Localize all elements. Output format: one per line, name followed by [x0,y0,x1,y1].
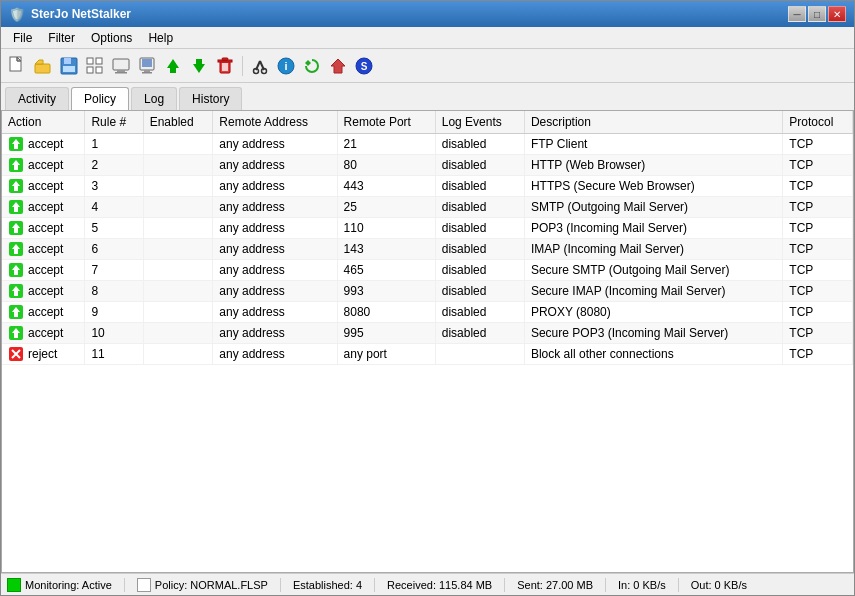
description-cell: PROXY (8080) [524,302,782,323]
table-row[interactable]: accept3any address443disabledHTTPS (Secu… [2,176,853,197]
enabled-cell [143,197,213,218]
remote-port-cell: 110 [337,218,435,239]
policy-tab-content: Action Rule # Enabled Remote Address Rem… [1,110,854,573]
delete-button[interactable] [213,54,237,78]
action-cell: accept [2,197,85,218]
svg-marker-36 [331,59,345,73]
svg-text:i: i [284,60,287,72]
col-log-events: Log Events [435,111,524,134]
action-cell: accept [2,323,85,344]
accept-icon [8,157,24,173]
log-events-cell: disabled [435,281,524,302]
table-row[interactable]: accept4any address25disabledSMTP (Outgoi… [2,197,853,218]
action-cell: accept [2,155,85,176]
tab-policy[interactable]: Policy [71,87,129,110]
tab-activity[interactable]: Activity [5,87,69,110]
svg-rect-10 [87,67,93,73]
enabled-cell [143,344,213,365]
main-window: 🛡️ SterJo NetStalker ─ □ ✕ File Filter O… [0,0,855,596]
in-label: In: 0 KB/s [618,579,666,591]
accept-icon [8,262,24,278]
minimize-button[interactable]: ─ [788,6,806,22]
description-cell: IMAP (Incoming Mail Server) [524,239,782,260]
home-button[interactable] [326,54,350,78]
home-icon [328,56,348,76]
col-protocol: Protocol [783,111,853,134]
protocol-cell: TCP [783,302,853,323]
accept-icon [8,220,24,236]
remote-addr-cell: any address [213,281,337,302]
btn4[interactable] [83,54,107,78]
action-label: accept [28,200,63,214]
remote-addr-cell: any address [213,155,337,176]
menu-help[interactable]: Help [140,29,181,46]
remote-addr-cell: any address [213,239,337,260]
table-row[interactable]: accept8any address993disabledSecure IMAP… [2,281,853,302]
svg-marker-19 [167,59,179,68]
tab-history[interactable]: History [179,87,242,110]
svg-rect-9 [96,58,102,64]
svg-rect-12 [113,59,129,70]
sterjo-icon: S [354,56,374,76]
maximize-button[interactable]: □ [808,6,826,22]
accept-icon [8,304,24,320]
table-row[interactable]: accept1any address21disabledFTP ClientTC… [2,134,853,155]
move-up-button[interactable] [161,54,185,78]
close-button[interactable]: ✕ [828,6,846,22]
action-label: accept [28,284,63,298]
table-row[interactable]: accept7any address465disabledSecure SMTP… [2,260,853,281]
enabled-cell [143,218,213,239]
svg-rect-20 [170,68,176,73]
enabled-cell [143,134,213,155]
save-button[interactable] [57,54,81,78]
enabled-cell [143,281,213,302]
tab-log[interactable]: Log [131,87,177,110]
remote-addr-cell: any address [213,323,337,344]
refresh-button[interactable] [300,54,324,78]
table-row[interactable]: accept2any address80disabledHTTP (Web Br… [2,155,853,176]
action-label: accept [28,263,63,277]
open-button[interactable] [31,54,55,78]
rule-cell: 2 [85,155,143,176]
cut-button[interactable] [248,54,272,78]
rule-cell: 3 [85,176,143,197]
table-row[interactable]: accept10any address995disabledSecure POP… [2,323,853,344]
enabled-cell [143,155,213,176]
menu-options[interactable]: Options [83,29,140,46]
action-cell: accept [2,176,85,197]
toolbar: i S [1,49,854,83]
rule-cell: 11 [85,344,143,365]
out-label: Out: 0 KB/s [691,579,747,591]
svg-rect-8 [87,58,93,64]
info-button[interactable]: i [274,54,298,78]
sterjo-button[interactable]: S [352,54,376,78]
remote-addr-cell: any address [213,197,337,218]
table-scroll-area[interactable]: Action Rule # Enabled Remote Address Rem… [2,111,853,572]
menu-file[interactable]: File [5,29,40,46]
move-down-button[interactable] [187,54,211,78]
tab-bar: Activity Policy Log History [1,83,854,110]
svg-rect-17 [144,70,150,72]
table-row[interactable]: accept9any address8080disabledPROXY (808… [2,302,853,323]
menu-bar: File Filter Options Help [1,27,854,49]
menu-filter[interactable]: Filter [40,29,83,46]
sent-label: Sent: 27.00 MB [517,579,593,591]
log-events-cell: disabled [435,302,524,323]
monitoring-section: Monitoring: Active [7,578,112,592]
svg-rect-4 [35,64,50,73]
protocol-cell: TCP [783,134,853,155]
table-row[interactable]: accept6any address143disabledIMAP (Incom… [2,239,853,260]
table-row[interactable]: accept5any address110disabledPOP3 (Incom… [2,218,853,239]
btn6[interactable] [135,54,159,78]
btn5[interactable] [109,54,133,78]
monitor-icon [111,56,131,76]
content-area: Action Rule # Enabled Remote Address Rem… [1,110,854,573]
action-label: accept [28,326,63,340]
new-button[interactable] [5,54,29,78]
table-row[interactable]: reject11any addressany portBlock all oth… [2,344,853,365]
description-cell: HTTPS (Secure Web Browser) [524,176,782,197]
action-cell: accept [2,260,85,281]
action-cell: accept [2,239,85,260]
policy-label: Policy: NORMAL.FLSP [155,579,268,591]
description-cell: HTTP (Web Browser) [524,155,782,176]
